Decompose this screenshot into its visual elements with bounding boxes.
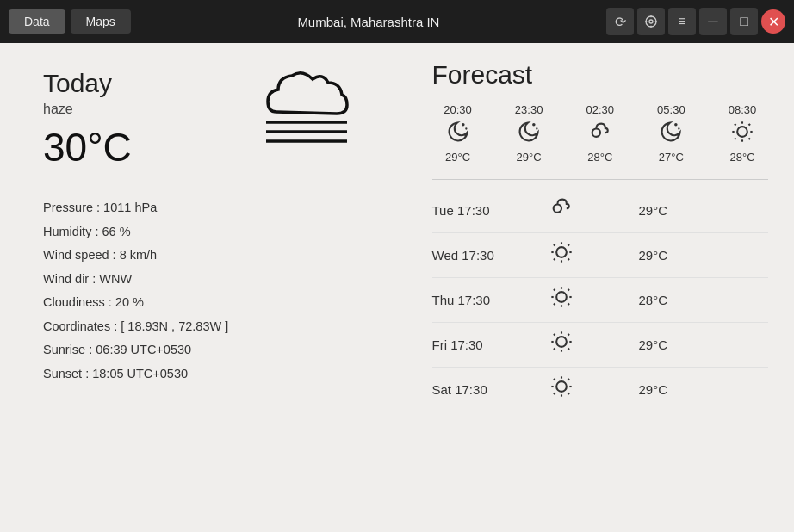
svg-point-31 xyxy=(556,292,567,302)
cloudiness-row: Cloudiness : 20 % xyxy=(43,291,380,315)
svg-line-38 xyxy=(553,303,555,305)
svg-line-25 xyxy=(553,244,555,246)
svg-point-8 xyxy=(536,127,537,129)
today-top: Today haze 30°C xyxy=(43,69,380,170)
svg-point-1 xyxy=(646,16,656,27)
daily-icon xyxy=(536,285,587,315)
tab-data[interactable]: Data xyxy=(9,9,65,34)
pressure-row: Pressure : 1011 hPa xyxy=(43,196,380,220)
hour-time: 08:30 xyxy=(729,103,757,116)
hourly-item-0: 20:30 29°C xyxy=(432,103,484,164)
hour-temp: 29°C xyxy=(517,151,542,164)
hour-time: 02:30 xyxy=(586,103,614,116)
svg-point-21 xyxy=(553,205,561,213)
tab-maps[interactable]: Maps xyxy=(71,9,131,34)
svg-line-52 xyxy=(553,379,555,380)
hour-temp: 27°C xyxy=(659,151,684,164)
hour-time: 05:30 xyxy=(657,103,685,116)
svg-point-9 xyxy=(592,129,599,137)
maximize-button[interactable]: □ xyxy=(730,8,758,35)
daily-day: Tue 17:30 xyxy=(432,203,536,218)
daily-day: Sat 17:30 xyxy=(432,382,536,397)
wind-dir-row: Wind dir : WNW xyxy=(43,268,380,292)
hour-icon xyxy=(517,120,541,147)
refresh-button[interactable]: ⟳ xyxy=(606,8,634,35)
svg-point-11 xyxy=(679,127,680,129)
titlebar: Data Maps Mumbai, Maharashtra IN ⟳ ≡ ─ □… xyxy=(0,0,794,43)
hour-temp: 28°C xyxy=(729,151,754,164)
hourly-row: 20:30 29°C23:30 29°C02:30 28°C05:30 27°C… xyxy=(432,103,769,180)
location-button[interactable] xyxy=(637,8,665,35)
forecast-heading: Forecast xyxy=(432,60,769,90)
svg-line-57 xyxy=(568,379,569,380)
humidity-row: Humidity : 66 % xyxy=(43,220,380,244)
window-title: Mumbai, Maharashtra IN xyxy=(136,15,601,29)
daily-row-4: Sat 17:30 29°C xyxy=(432,368,769,411)
hour-icon xyxy=(730,120,754,147)
daily-row-0: Tue 17:30 29°C xyxy=(432,189,769,233)
hourly-item-2: 02:30 28°C xyxy=(574,103,626,164)
svg-line-53 xyxy=(568,393,569,394)
svg-line-26 xyxy=(568,258,569,260)
daily-day: Wed 17:30 xyxy=(432,248,536,263)
hour-icon xyxy=(659,120,683,147)
svg-line-47 xyxy=(553,348,555,350)
daily-temp: 28°C xyxy=(639,293,668,307)
svg-line-34 xyxy=(553,289,555,291)
daily-temp: 29°C xyxy=(639,203,668,218)
daily-day: Fri 17:30 xyxy=(432,337,536,352)
daily-row-1: Wed 17:30 29°C xyxy=(432,233,769,278)
svg-point-22 xyxy=(556,247,567,257)
daily-row-3: Fri 17:30 29°C xyxy=(432,323,769,368)
hour-icon xyxy=(446,120,470,147)
hour-temp: 29°C xyxy=(445,151,470,164)
svg-line-56 xyxy=(553,393,555,394)
svg-point-12 xyxy=(737,127,747,137)
weather-icon xyxy=(251,60,363,150)
svg-line-35 xyxy=(568,303,569,305)
svg-line-39 xyxy=(568,289,569,291)
main-content: Today haze 30°C Pressure : 1011 hPa Humi… xyxy=(0,43,794,532)
daily-icon xyxy=(536,330,587,360)
menu-button[interactable]: ≡ xyxy=(668,8,696,35)
sunset-row: Sunset : 18:05 UTC+0530 xyxy=(43,362,380,387)
svg-point-40 xyxy=(556,337,567,347)
svg-line-19 xyxy=(735,138,736,139)
svg-line-43 xyxy=(553,334,555,336)
sunrise-row: Sunrise : 06:39 UTC+0530 xyxy=(43,338,380,362)
svg-line-16 xyxy=(748,138,750,139)
hour-icon xyxy=(588,120,612,147)
daily-row-2: Thu 17:30 28°C xyxy=(432,278,769,323)
daily-icon xyxy=(536,240,587,270)
window-controls: ⟳ ≡ ─ □ ✕ xyxy=(606,8,785,35)
minimize-button[interactable]: ─ xyxy=(699,8,727,35)
svg-line-48 xyxy=(568,334,569,336)
svg-line-15 xyxy=(735,124,736,126)
svg-line-29 xyxy=(553,258,555,260)
svg-point-10 xyxy=(674,123,678,127)
svg-point-49 xyxy=(556,381,567,392)
svg-point-0 xyxy=(649,20,653,23)
forecast-panel: Forecast 20:30 29°C23:30 29°C02:30 28°C0… xyxy=(406,43,795,532)
hour-time: 20:30 xyxy=(444,103,472,116)
close-button[interactable]: ✕ xyxy=(761,9,785,34)
daily-temp: 29°C xyxy=(639,337,668,352)
today-details: Pressure : 1011 hPa Humidity : 66 % Wind… xyxy=(43,196,380,386)
daily-icon xyxy=(536,374,587,405)
svg-point-7 xyxy=(532,123,536,127)
daily-temp: 29°C xyxy=(639,248,668,263)
svg-point-5 xyxy=(462,123,465,127)
svg-line-44 xyxy=(568,348,569,350)
svg-line-30 xyxy=(568,244,569,246)
wind-speed-row: Wind speed : 8 km/h xyxy=(43,244,380,268)
hour-time: 23:30 xyxy=(515,103,543,116)
today-panel: Today haze 30°C Pressure : 1011 hPa Humi… xyxy=(0,43,406,532)
svg-line-20 xyxy=(748,124,750,126)
daily-temp: 29°C xyxy=(639,382,668,397)
daily-container: Tue 17:30 29°CWed 17:30 29°CThu 17:30 28… xyxy=(432,189,769,411)
hourly-item-1: 23:30 29°C xyxy=(503,103,555,164)
daily-day: Thu 17:30 xyxy=(432,293,536,307)
hour-temp: 28°C xyxy=(587,151,612,164)
hourly-item-4: 08:30 28°C xyxy=(716,103,768,164)
hourly-item-3: 05:30 27°C xyxy=(645,103,697,164)
